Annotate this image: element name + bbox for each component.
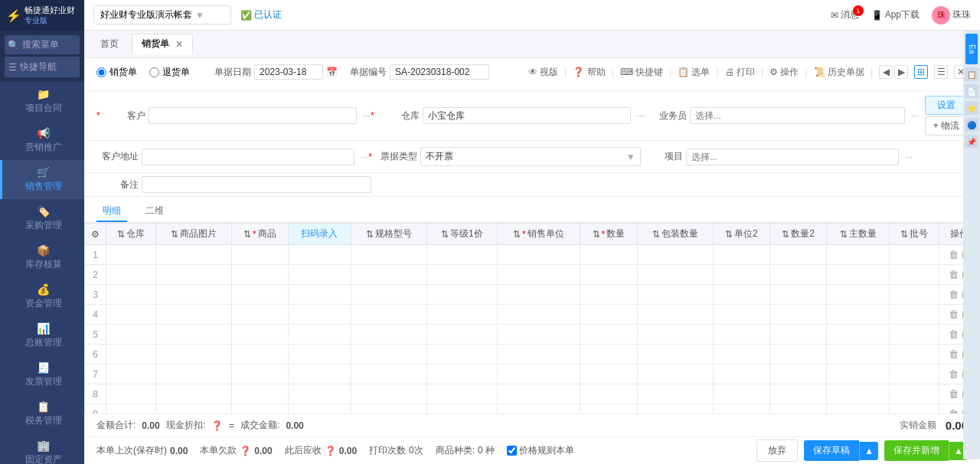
cell-u27[interactable]: [713, 364, 769, 384]
cell-bi5[interactable]: [289, 325, 351, 345]
sidebar-item-inventory[interactable]: 📦 库存核算: [0, 238, 84, 277]
save-draft-arrow[interactable]: ▲: [859, 442, 878, 460]
cell-w7[interactable]: [106, 364, 156, 384]
cell-qty2-3[interactable]: [769, 285, 826, 305]
doc-date-input[interactable]: [254, 64, 323, 80]
cell-pq6[interactable]: [637, 345, 713, 364]
cell-pq4[interactable]: [637, 305, 713, 325]
th-product-img[interactable]: ⇅商品图片: [155, 224, 231, 245]
cell-packqty-3[interactable]: [637, 285, 713, 305]
cell-qty-3[interactable]: [580, 285, 637, 305]
calendar-icon[interactable]: 📅: [326, 67, 338, 77]
cell-sp7[interactable]: [351, 364, 426, 384]
sidebar-item-funds[interactable]: 💰 资金管理: [0, 277, 84, 316]
cell-pr5[interactable]: [427, 325, 498, 345]
del9[interactable]: 🗑: [949, 408, 959, 413]
app-download-button[interactable]: 📱 App下载: [871, 8, 920, 21]
cell-pr7[interactable]: [427, 364, 498, 384]
tab-home[interactable]: 首页: [90, 34, 129, 54]
right-panel-tab[interactable]: Ea: [965, 34, 978, 64]
th-warehouse[interactable]: ⇅仓库: [106, 224, 156, 245]
delete-icon-2[interactable]: 🗑: [949, 269, 959, 280]
warehouse-dots[interactable]: ···: [637, 110, 645, 121]
staff-dots[interactable]: ···: [911, 110, 919, 121]
layout-list-button[interactable]: ☰: [934, 65, 948, 79]
cell-u4[interactable]: [497, 305, 580, 325]
user-menu[interactable]: 珠 珠珠: [932, 6, 971, 25]
settings-button[interactable]: 设置: [925, 96, 968, 115]
cell-p7[interactable]: [231, 364, 288, 384]
address-input[interactable]: [142, 149, 354, 165]
cell-price-2[interactable]: [427, 265, 498, 285]
cell-spec-1[interactable]: [351, 245, 426, 265]
arrears-icon[interactable]: ❓: [240, 446, 251, 456]
cell-q8[interactable]: [580, 384, 637, 404]
cell-unit-2[interactable]: [497, 265, 580, 285]
th-batch[interactable]: ⇅批号: [890, 224, 939, 245]
question-icon[interactable]: ❓: [211, 420, 223, 431]
panel-btn-5[interactable]: 📌: [965, 135, 978, 149]
cell-batch-2[interactable]: [289, 265, 351, 285]
cell-batchno-2[interactable]: [890, 265, 939, 285]
warehouse-input[interactable]: [423, 107, 631, 124]
cell-bn7[interactable]: [890, 364, 939, 384]
ticket-type-select[interactable]: 不开票 ▼: [420, 147, 641, 166]
panel-btn-3[interactable]: ⭐: [965, 101, 978, 115]
cell-mq5[interactable]: [827, 325, 890, 345]
radio-return[interactable]: 退货单: [149, 66, 190, 79]
address-dots[interactable]: ···: [361, 152, 368, 162]
cell-pq9[interactable]: [637, 404, 713, 414]
delete-icon-1[interactable]: 🗑: [949, 249, 959, 260]
cell-warehouse-1[interactable]: [106, 245, 156, 265]
sidebar-item-invoice[interactable]: 🧾 发票管理: [0, 355, 84, 394]
toolbar-select[interactable]: 📋 选单: [678, 66, 710, 79]
cell-bi4[interactable]: [289, 305, 351, 325]
price-check-label[interactable]: 价格规则本单: [507, 444, 574, 457]
toolbar-history[interactable]: 📜 历史单据: [814, 66, 864, 79]
toolbar-operation[interactable]: ⚙ 操作: [769, 66, 799, 79]
cell-q24[interactable]: [769, 305, 826, 325]
cell-unit-3[interactable]: [497, 285, 580, 305]
th-unit[interactable]: ⇅*销售单位: [497, 224, 580, 245]
cell-p5[interactable]: [231, 325, 288, 345]
panel-btn-4[interactable]: 🔵: [965, 118, 978, 132]
cell-batchno-1[interactable]: [890, 245, 939, 265]
cell-pq5[interactable]: [637, 325, 713, 345]
toolbar-view[interactable]: 👁 视版: [528, 66, 558, 79]
cell-batch-1[interactable]: [289, 245, 351, 265]
cell-u6[interactable]: [497, 345, 580, 364]
cell-batch-3[interactable]: [289, 285, 351, 305]
th-product[interactable]: ⇅*商品: [231, 224, 288, 245]
remarks-input[interactable]: [142, 176, 371, 193]
add-logistics-button[interactable]: + 物流: [925, 116, 968, 136]
th-spec[interactable]: ⇅规格型号: [351, 224, 426, 245]
sidebar-item-sales[interactable]: 🛒 销售管理: [0, 160, 84, 199]
cell-product-3[interactable]: [231, 285, 288, 305]
cell-q9[interactable]: [580, 404, 637, 414]
cell-price-3[interactable]: [427, 285, 498, 305]
cell-q26[interactable]: [769, 345, 826, 364]
cell-bi9[interactable]: [289, 404, 351, 414]
abandon-button[interactable]: 放弃: [756, 439, 798, 462]
project-dots[interactable]: ···: [905, 152, 913, 162]
doc-no-input[interactable]: [390, 64, 489, 80]
th-batch-import[interactable]: 扫码录入: [289, 224, 351, 245]
cell-q4[interactable]: [580, 305, 637, 325]
radio-return-input[interactable]: [149, 67, 159, 77]
staff-input[interactable]: [690, 107, 905, 124]
cell-bi8[interactable]: [289, 384, 351, 404]
cell-unit-1[interactable]: [497, 245, 580, 265]
cell-q27[interactable]: [769, 364, 826, 384]
th-qty2[interactable]: ⇅数量2: [769, 224, 826, 245]
cell-spec-3[interactable]: [351, 285, 426, 305]
cell-mainqty-1[interactable]: [827, 245, 890, 265]
quick-nav-button[interactable]: ☰ 快捷导航: [5, 57, 80, 77]
cell-qty2-1[interactable]: [769, 245, 826, 265]
cell-q25[interactable]: [769, 325, 826, 345]
cell-sp8[interactable]: [351, 384, 426, 404]
cell-warehouse-3[interactable]: [106, 285, 156, 305]
cell-pq7[interactable]: [637, 364, 713, 384]
cell-bn6[interactable]: [890, 345, 939, 364]
del4[interactable]: 🗑: [949, 309, 959, 320]
company-selector[interactable]: 好业财专业版演示帐套 ▼: [93, 5, 231, 25]
